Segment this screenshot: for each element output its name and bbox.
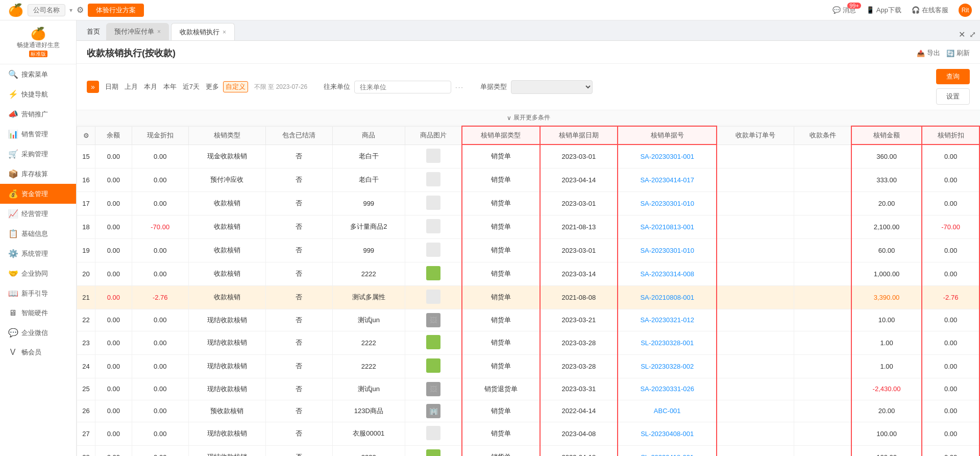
sidebar-label-quicknav: 快捷导航 bbox=[21, 90, 48, 99]
cell-payment-cond bbox=[794, 215, 851, 238]
tab-prepay-close[interactable]: × bbox=[157, 28, 161, 35]
tab-prepay[interactable]: 预付冲应付单 × bbox=[106, 23, 169, 40]
sidebar-item-collab[interactable]: 🤝 企业协同 bbox=[0, 263, 76, 283]
export-btn[interactable]: 📤 导出 bbox=[917, 49, 940, 58]
sidebar-item-search[interactable]: 🔍 搜索菜单 bbox=[0, 64, 76, 84]
bill-no-link[interactable]: SA-20230314-008 bbox=[640, 270, 694, 278]
date-btn-more[interactable]: 更多 bbox=[204, 81, 221, 92]
cell-bill-no[interactable]: SA-20210808-001 bbox=[618, 285, 717, 309]
col-balance: 余额 bbox=[95, 126, 132, 145]
cell-bill-no[interactable]: SA-20230301-010 bbox=[618, 191, 717, 215]
refresh-btn[interactable]: 🔄 刷新 bbox=[946, 49, 970, 58]
cell-bill-date: 2023-03-01 bbox=[540, 145, 618, 168]
bill-no-link[interactable]: SA-20230301-001 bbox=[640, 153, 694, 160]
date-btn-this-year[interactable]: 本年 bbox=[161, 81, 179, 92]
sidebar-item-guide[interactable]: 📖 新手引导 bbox=[0, 283, 76, 303]
tab-verify[interactable]: 收款核销执行 × bbox=[171, 23, 235, 40]
bill-no-link[interactable]: ABC-001 bbox=[654, 407, 681, 415]
bill-no-link[interactable]: SL-20230408-001 bbox=[641, 430, 694, 438]
bill-no-link[interactable]: SA-20230321-012 bbox=[640, 316, 694, 324]
tab-verify-close[interactable]: × bbox=[223, 29, 226, 36]
cell-amount: 1.00 bbox=[851, 354, 922, 378]
billtype-select[interactable] bbox=[511, 80, 593, 94]
date-btn-last-month[interactable]: 上月 bbox=[122, 81, 140, 92]
table-row: 240.000.00现结收款核销否2222销货单2023-03-28SL-202… bbox=[77, 354, 980, 378]
sidebar-item-basics[interactable]: 📋 基础信息 bbox=[0, 224, 76, 244]
cell-balance: 0.00 bbox=[95, 145, 132, 168]
cell-bill-no[interactable]: SA-20210813-001 bbox=[618, 215, 717, 238]
sidebar-item-operations[interactable]: 📈 经营管理 bbox=[0, 204, 76, 224]
cell-payment-cond bbox=[794, 238, 851, 262]
cell-bill-no[interactable]: SL-20230328-001 bbox=[618, 331, 717, 354]
expand-more-btn[interactable]: ∨ 展开更多条件 bbox=[507, 113, 550, 122]
bill-no-link[interactable]: SA-20230301-010 bbox=[640, 200, 694, 207]
bill-no-link[interactable]: SA-20230301-010 bbox=[640, 247, 694, 254]
user-avatar[interactable]: Rit bbox=[959, 4, 972, 17]
cell-bill-no[interactable]: SL-20230408-001 bbox=[618, 422, 717, 445]
sidebar-item-marketing[interactable]: 📣 营销推广 bbox=[0, 104, 76, 124]
sidebar-item-system[interactable]: ⚙️ 系统管理 bbox=[0, 244, 76, 263]
table-row: 200.000.00收款核销否2222销货单2023-03-14SA-20230… bbox=[77, 262, 980, 285]
notification-item[interactable]: 💬 消息 99+ bbox=[832, 6, 856, 15]
tab-home[interactable]: 首页 bbox=[81, 23, 106, 40]
cell-bill-no[interactable]: SA-20230321-012 bbox=[618, 309, 717, 331]
cell-bill-no[interactable]: SA-20230331-026 bbox=[618, 378, 717, 400]
date-btn-7days[interactable]: 近7天 bbox=[181, 81, 202, 92]
tab-close-window-btn[interactable]: ✕ bbox=[959, 30, 965, 39]
col-settings[interactable]: ⚙ bbox=[77, 126, 95, 145]
top-bar: 🍊 公司名称 ▾ ⚙ 体验行业方案 💬 消息 99+ 📱 App下载 🎧 在线客… bbox=[0, 0, 980, 20]
partner-input[interactable] bbox=[354, 81, 451, 93]
cell-amount: 20.00 bbox=[851, 191, 922, 215]
cell-bill-no[interactable]: ABC-001 bbox=[618, 400, 717, 422]
sidebar-item-wechat[interactable]: 💬 企业微信 bbox=[0, 323, 76, 343]
bill-no-link[interactable]: SA-20210813-001 bbox=[640, 223, 694, 231]
cell-bill-no[interactable]: SL-20230418-001 bbox=[618, 445, 717, 456]
bill-no-link[interactable]: SL-20230418-001 bbox=[641, 453, 694, 457]
company-dropdown-btn[interactable]: ▾ bbox=[69, 7, 72, 14]
date-btn-this-month[interactable]: 本月 bbox=[142, 81, 159, 92]
table-container[interactable]: ⚙ 余额 现金折扣 核销类型 包含已结清 商品 商品图片 核销单据类型 核销单据… bbox=[77, 126, 980, 456]
tab-actions: ✕ ⤢ bbox=[959, 30, 976, 40]
cell-order-no bbox=[717, 262, 794, 285]
query-btn[interactable]: 查询 bbox=[936, 69, 970, 84]
app-download-item[interactable]: 📱 App下载 bbox=[866, 6, 901, 15]
settings-filter-btn[interactable]: 设置 bbox=[936, 88, 970, 105]
sidebar-item-hardware[interactable]: 🖥 智能硬件 bbox=[0, 303, 76, 323]
sidebar-item-sales[interactable]: 📊 销售管理 bbox=[0, 124, 76, 144]
bill-no-link[interactable]: SL-20230328-001 bbox=[641, 339, 694, 347]
sidebar-item-inventory[interactable]: 📦 库存核算 bbox=[0, 164, 76, 184]
table-row: 170.000.00收款核销否999销货单2023-03-01SA-202303… bbox=[77, 191, 980, 215]
date-btn-custom[interactable]: 自定义 bbox=[223, 81, 248, 92]
bill-no-link[interactable]: SA-20210808-001 bbox=[640, 294, 694, 301]
cell-bill-date: 2023-03-21 bbox=[540, 309, 618, 331]
filter-toggle-btn[interactable]: » bbox=[87, 81, 99, 93]
online-support-item[interactable]: 🎧 在线客服 bbox=[912, 6, 948, 15]
sidebar-item-funds[interactable]: 💰 资金管理 bbox=[0, 184, 76, 204]
cell-seq: 18 bbox=[77, 215, 95, 238]
product-thumbnail bbox=[426, 335, 440, 349]
bill-no-link[interactable]: SL-20230328-002 bbox=[641, 363, 694, 370]
bill-no-link[interactable]: SA-20230414-017 bbox=[640, 176, 694, 184]
trial-btn[interactable]: 体验行业方案 bbox=[88, 4, 144, 17]
table-row: 150.000.00现金收款核销否老白干销货单2023-03-01SA-2023… bbox=[77, 145, 980, 168]
cell-bill-date: 2021-08-13 bbox=[540, 215, 618, 238]
cell-bill-no[interactable]: SA-20230414-017 bbox=[618, 168, 717, 191]
bill-no-link[interactable]: SA-20230331-026 bbox=[640, 385, 694, 393]
sidebar-item-purchase[interactable]: 🛒 采购管理 bbox=[0, 144, 76, 164]
cell-bill-date: 2023-03-01 bbox=[540, 238, 618, 262]
tab-verify-label: 收款核销执行 bbox=[180, 28, 219, 37]
cell-cash-discount: 0.00 bbox=[132, 262, 188, 285]
cell-bill-no[interactable]: SL-20230328-002 bbox=[618, 354, 717, 378]
cell-bill-no[interactable]: SA-20230301-010 bbox=[618, 238, 717, 262]
cell-bill-no[interactable]: SA-20230314-008 bbox=[618, 262, 717, 285]
tab-maximize-btn[interactable]: ⤢ bbox=[969, 30, 976, 39]
col-payment-cond: 收款条件 bbox=[794, 126, 851, 145]
cell-amount: 60.00 bbox=[851, 238, 922, 262]
sidebar-item-vip[interactable]: V 畅会员 bbox=[0, 343, 76, 362]
cell-bill-type: 销货单 bbox=[462, 168, 540, 191]
cell-bill-no[interactable]: SA-20230301-001 bbox=[618, 145, 717, 168]
cell-product-img: 🖼 bbox=[405, 378, 462, 400]
sidebar-item-quicknav[interactable]: ⚡ 快捷导航 bbox=[0, 84, 76, 104]
topbar-settings-icon[interactable]: ⚙ bbox=[77, 5, 84, 15]
phone-icon: 📱 bbox=[866, 6, 874, 14]
